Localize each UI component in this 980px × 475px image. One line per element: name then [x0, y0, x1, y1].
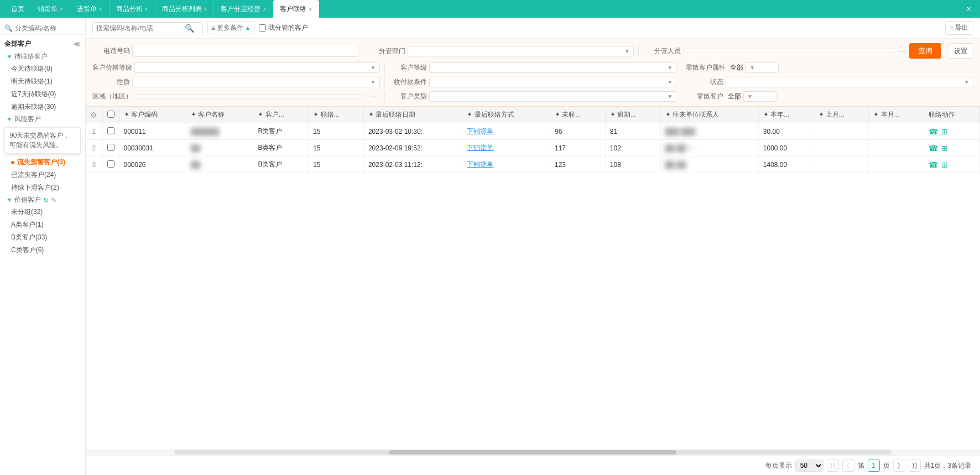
- filter-region-dots[interactable]: ···: [367, 92, 380, 101]
- refresh-icon[interactable]: ↻: [43, 196, 49, 204]
- sidebar-search-input[interactable]: [15, 24, 81, 32]
- th-lcm-label: ✦: [467, 111, 474, 118]
- th-last-month: ✦ 上月...: [814, 107, 869, 123]
- row-num-2: 3: [86, 156, 102, 173]
- unit-contact-blurred: ██ ██...: [665, 161, 691, 169]
- filter-zero-attr-field: 零散客户属性 全部 ▼: [686, 62, 973, 73]
- last-page-button[interactable]: ⟩⟩: [909, 460, 921, 472]
- filter-zero-attr-select[interactable]: ▼: [746, 62, 779, 73]
- nav-tab-analysis-list[interactable]: 商品分析列表 ×: [155, 0, 215, 18]
- payment-down-arrow-icon: ▼: [667, 79, 673, 85]
- close-analysis-tab-icon[interactable]: ×: [145, 6, 148, 12]
- sidebar-group-pending[interactable]: ▼ 待联络客户: [0, 51, 85, 62]
- unit-contact-blurred: ███ ███...: [665, 128, 701, 135]
- filter-customer-grade-select[interactable]: ▼: [429, 62, 677, 73]
- sidebar-group-value[interactable]: ▼ 价值客户 ↻ ✎: [0, 194, 85, 206]
- sidebar-item-class-a[interactable]: A类客户(1): [0, 218, 85, 231]
- sidebar-item-already-lost[interactable]: 已流失客户(24): [0, 169, 85, 181]
- more-action-icon[interactable]: ⊞: [941, 160, 948, 169]
- contact-action-icon[interactable]: ☎: [929, 160, 938, 169]
- filter-customer-type-select[interactable]: ▼: [429, 91, 677, 102]
- nav-tab-sales[interactable]: 销货单 ×: [31, 0, 70, 18]
- contact-action-icon[interactable]: ☎: [929, 127, 938, 136]
- prev-page-button[interactable]: ⟨: [842, 460, 854, 472]
- sidebar-all-customers-header[interactable]: 全部客户 ≪: [0, 37, 85, 51]
- select-all-checkbox[interactable]: [107, 111, 114, 118]
- filter-panel: 电话号码 分管部门 ▼ 分管人员 ···: [86, 39, 980, 107]
- price-grade-down-arrow-icon: ▼: [371, 65, 376, 71]
- nav-tab-home[interactable]: 首页: [4, 0, 31, 18]
- last-method-link[interactable]: 下销货单: [467, 127, 493, 135]
- close-purchase-tab-icon[interactable]: ×: [99, 6, 102, 12]
- nav-tab-analysis[interactable]: 商品分析 ×: [110, 0, 155, 18]
- search-button-icon[interactable]: 🔍: [185, 24, 194, 33]
- row-actions-1: ☎ ⊞: [924, 140, 980, 156]
- filter-dept-select[interactable]: ▼: [408, 46, 634, 56]
- scrollbar-thumb[interactable]: [389, 450, 676, 455]
- sidebar-item-ungrouped[interactable]: 未分组(32): [0, 206, 85, 218]
- filter-status-select[interactable]: ▼: [726, 77, 973, 87]
- filter-region-select[interactable]: [134, 94, 365, 98]
- nav-tab-purchase[interactable]: 进货单 ×: [70, 0, 110, 18]
- next-page-button[interactable]: ⟩: [893, 460, 905, 472]
- more-action-icon[interactable]: ⊞: [941, 127, 948, 136]
- sidebar-item-7days[interactable]: 近7天待联络(0): [0, 88, 85, 101]
- query-button[interactable]: 查询: [909, 43, 941, 59]
- sidebar-item-lost-warning[interactable]: 流失预警客户(3): [0, 156, 85, 169]
- nav-tab-customer-layer[interactable]: 客户分层经营 ×: [214, 0, 273, 18]
- last-method-link[interactable]: 下销货单: [467, 160, 493, 168]
- filter-person-dots[interactable]: ···: [896, 46, 909, 55]
- close-customer-contact-tab-icon[interactable]: ×: [309, 6, 312, 12]
- nav-global-close-button[interactable]: ×: [962, 4, 976, 13]
- sidebar-group-risk[interactable]: ▼ 风险客户: [0, 113, 85, 125]
- per-page-select[interactable]: 50 100 200: [795, 460, 823, 472]
- th-checkbox: [102, 107, 119, 123]
- row-checkbox[interactable]: [107, 144, 114, 151]
- row-last-month-2: [814, 156, 869, 173]
- settings-button[interactable]: 设置: [948, 43, 973, 59]
- horizontal-scrollbar[interactable]: [86, 449, 980, 456]
- row-checkbox[interactable]: [107, 160, 114, 168]
- edit-value-icon[interactable]: ✎: [51, 196, 56, 204]
- row-checkbox[interactable]: [107, 127, 114, 134]
- table-settings-gear-icon[interactable]: ⚙: [90, 111, 97, 119]
- customer-grade-down-arrow-icon: ▼: [667, 65, 673, 71]
- filter-price-grade-select[interactable]: ▼: [134, 62, 380, 73]
- close-sales-tab-icon[interactable]: ×: [60, 6, 63, 12]
- sidebar-item-class-c[interactable]: C类客户(6): [0, 244, 85, 257]
- filter-person-select[interactable]: [683, 49, 894, 53]
- nav-tab-customer-contact[interactable]: 客户联络 ×: [273, 0, 319, 18]
- first-page-button[interactable]: ⟨⟨: [827, 460, 839, 472]
- sidebar-item-declining[interactable]: 持续下滑客户(2): [0, 181, 85, 194]
- row-this-month-0: [869, 123, 924, 140]
- sidebar-collapse-icon[interactable]: ≪: [74, 40, 81, 48]
- row-this-month-1: [869, 140, 924, 156]
- more-action-icon[interactable]: ⊞: [941, 144, 948, 153]
- filter-zero-customer-select[interactable]: ▼: [743, 91, 776, 102]
- filter-phone-input[interactable]: [132, 45, 358, 57]
- filter-price-grade-label: 客户价格等级: [92, 63, 132, 72]
- search-input[interactable]: [96, 24, 185, 32]
- contact-action-icon[interactable]: ☎: [929, 144, 938, 153]
- sidebar-item-overdue[interactable]: 逾期未联络(30): [0, 101, 85, 113]
- close-analysis-list-tab-icon[interactable]: ×: [204, 6, 207, 12]
- th-type-label: ✦: [258, 111, 265, 118]
- filter-payment-select[interactable]: ▼: [429, 77, 677, 87]
- close-customer-layer-tab-icon[interactable]: ×: [263, 6, 266, 12]
- row-this-year-2: 1408.00: [758, 156, 814, 173]
- filter-zero-customer-value: 全部: [728, 92, 741, 101]
- sidebar-item-tomorrow[interactable]: 明天待联络(1): [0, 75, 85, 88]
- row-contact-2: 15: [309, 156, 364, 173]
- filter-phone-field: 电话号码: [92, 45, 358, 57]
- my-customers-checkbox[interactable]: [259, 24, 266, 32]
- action-icons-wrap: ☎ ⊞: [929, 144, 975, 153]
- sidebar-item-today[interactable]: 今天待联络(0): [0, 62, 85, 75]
- th-od-label: ✦: [610, 111, 617, 118]
- more-conditions-button[interactable]: ≡ 更多条件 ▲: [207, 22, 254, 34]
- sidebar-item-class-b[interactable]: B类客户(33): [0, 231, 85, 244]
- filter-gender-select[interactable]: ▼: [132, 77, 380, 87]
- last-method-link[interactable]: 下销货单: [467, 144, 493, 152]
- export-button[interactable]: ↑ 导出: [945, 21, 973, 35]
- th-name-label: ✦: [191, 111, 198, 118]
- sidebar-all-customers-label: 全部客户: [4, 39, 31, 49]
